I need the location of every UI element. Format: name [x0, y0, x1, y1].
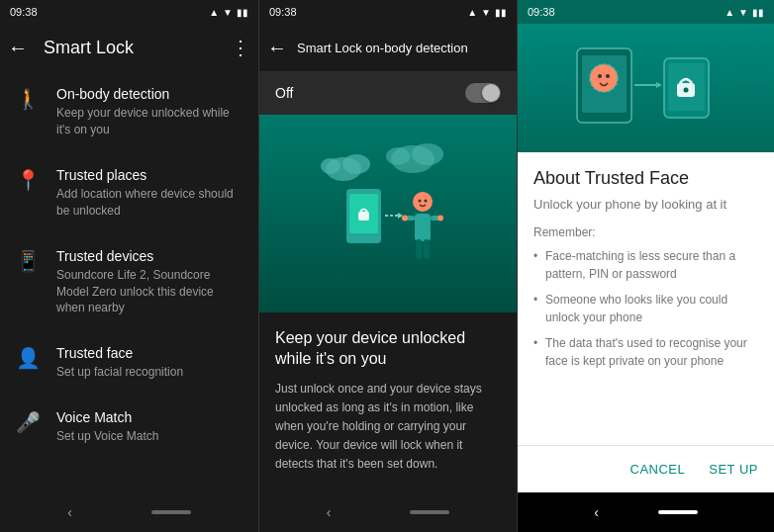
svg-point-12 — [425, 200, 428, 203]
home-indicator-3[interactable] — [658, 510, 698, 514]
app-bar-2: ← Smart Lock on-body detection — [259, 24, 517, 71]
on-body-icon: 🚶 — [16, 87, 41, 111]
on-body-illustration — [259, 115, 517, 312]
devices-icon: 📱 — [16, 249, 41, 273]
trusted-face-svg — [547, 34, 745, 142]
status-icons-1: ▲ ▼ ▮▮ — [209, 7, 248, 18]
svg-point-11 — [419, 200, 422, 203]
battery-icon-2: ▮▮ — [495, 7, 507, 18]
menu-item-voice-match[interactable]: 🎤 Voice Match Set up Voice Match — [0, 395, 258, 459]
toggle-switch[interactable] — [465, 83, 501, 103]
signal-icon-2: ▲ — [467, 7, 477, 18]
svg-point-5 — [386, 147, 410, 165]
svg-point-18 — [402, 216, 408, 222]
action-bar: CANCEL SET UP — [518, 445, 774, 492]
face-subtitle: Set up facial recognition — [56, 364, 242, 381]
svg-rect-14 — [416, 239, 422, 259]
cancel-button[interactable]: CANCEL — [630, 462, 686, 477]
app-title-2: Smart Lock on-body detection — [297, 41, 509, 55]
svg-point-24 — [606, 74, 610, 78]
status-bar-3: 09:38 ▲ ▼ ▮▮ — [518, 0, 774, 24]
app-title-1: Smart Lock — [44, 38, 215, 58]
svg-point-10 — [413, 192, 433, 212]
svg-point-23 — [598, 74, 602, 78]
menu-list: 🚶 On-body detection Keep your device unl… — [0, 71, 258, 492]
bullet-item-3: The data that's used to recognise your f… — [533, 334, 758, 370]
trusted-face-illustration — [518, 24, 774, 152]
back-icon-1[interactable]: ← — [8, 37, 28, 59]
svg-point-1 — [342, 154, 370, 174]
back-nav-3[interactable]: ‹ — [594, 504, 599, 520]
status-time-1: 09:38 — [10, 6, 38, 18]
menu-item-trusted-face[interactable]: 👤 Trusted face Set up facial recognition — [0, 330, 258, 395]
svg-point-30 — [683, 88, 688, 93]
status-icons-2: ▲ ▼ ▮▮ — [467, 7, 507, 18]
face-icon: 👤 — [16, 346, 41, 370]
menu-item-on-body[interactable]: 🚶 On-body detection Keep your device unl… — [0, 71, 258, 152]
bottom-bar-3: ‹ — [518, 492, 774, 532]
bullet-list: Face-matching is less secure than a patt… — [533, 247, 758, 370]
on-body-content-title: Keep your device unlocked while it's on … — [275, 328, 501, 370]
voice-icon: 🎤 — [16, 410, 41, 434]
wifi-icon-3: ▼ — [738, 7, 748, 18]
bottom-bar-2: ‹ — [259, 492, 517, 532]
status-bar-1: 09:38 ▲ ▼ ▮▮ — [0, 0, 258, 24]
on-body-svg — [319, 134, 457, 293]
toggle-label: Off — [275, 85, 453, 101]
face-title: Trusted face — [56, 344, 242, 362]
menu-item-trusted-devices[interactable]: 📱 Trusted devices Soundcore Life 2, Soun… — [0, 233, 258, 331]
app-bar-1: ← Smart Lock ⋮ — [0, 24, 258, 71]
panel-smart-lock: 09:38 ▲ ▼ ▮▮ ← Smart Lock ⋮ 🚶 On-body de… — [0, 0, 258, 532]
svg-rect-15 — [424, 239, 430, 259]
toggle-row: Off — [259, 71, 517, 115]
trusted-face-content: About Trusted Face Unlock your phone by … — [518, 152, 774, 445]
voice-subtitle: Set up Voice Match — [56, 428, 242, 445]
svg-rect-13 — [415, 214, 431, 241]
bullet-item-1: Face-matching is less secure than a patt… — [533, 247, 758, 283]
places-subtitle: Add location where device should be unlo… — [56, 186, 242, 220]
status-time-2: 09:38 — [269, 6, 297, 18]
home-indicator-1[interactable] — [151, 510, 191, 514]
signal-icon-3: ▲ — [725, 7, 734, 18]
toggle-knob — [482, 84, 500, 102]
svg-rect-8 — [358, 212, 369, 221]
on-body-content: Keep your device unlocked while it's on … — [259, 312, 517, 492]
trusted-face-title: About Trusted Face — [533, 168, 758, 189]
trusted-face-subtitle: Unlock your phone by looking at it — [533, 197, 758, 212]
wifi-icon-2: ▼ — [481, 7, 491, 18]
devices-subtitle: Soundcore Life 2, Soundcore Model Zero u… — [56, 267, 242, 316]
signal-icon: ▲ — [209, 7, 219, 18]
on-body-subtitle: Keep your device unlocked while it's on … — [56, 105, 242, 138]
status-time-3: 09:38 — [528, 6, 555, 18]
svg-point-2 — [321, 158, 340, 174]
bottom-bar-1: ‹ — [0, 492, 258, 532]
panel-trusted-face: 09:38 ▲ ▼ ▮▮ — [517, 0, 774, 532]
voice-title: Voice Match — [56, 408, 242, 426]
status-bar-2: 09:38 ▲ ▼ ▮▮ — [259, 0, 517, 24]
back-nav-2[interactable]: ‹ — [327, 504, 332, 520]
more-icon-1[interactable]: ⋮ — [231, 36, 250, 59]
svg-point-19 — [437, 216, 443, 222]
places-title: Trusted places — [56, 166, 242, 184]
menu-item-trusted-places[interactable]: 📍 Trusted places Add location where devi… — [0, 152, 258, 233]
wifi-icon: ▼ — [223, 7, 233, 18]
svg-point-4 — [412, 143, 443, 165]
bullet-item-2: Someone who looks like you could unlock … — [533, 291, 758, 326]
home-indicator-2[interactable] — [410, 510, 449, 514]
devices-title: Trusted devices — [56, 247, 242, 265]
back-icon-2[interactable]: ← — [267, 37, 287, 59]
setup-button[interactable]: SET UP — [709, 462, 758, 477]
panel-on-body: 09:38 ▲ ▼ ▮▮ ← Smart Lock on-body detect… — [258, 0, 517, 532]
svg-marker-26 — [656, 82, 662, 88]
back-nav-1[interactable]: ‹ — [67, 504, 72, 520]
battery-icon: ▮▮ — [237, 7, 248, 18]
status-icons-3: ▲ ▼ ▮▮ — [725, 7, 764, 18]
on-body-content-body: Just unlock once and your device stays u… — [275, 380, 501, 475]
battery-icon-3: ▮▮ — [752, 7, 764, 18]
on-body-title: On-body detection — [56, 85, 242, 103]
places-icon: 📍 — [16, 168, 41, 192]
remember-label: Remember: — [533, 225, 758, 239]
